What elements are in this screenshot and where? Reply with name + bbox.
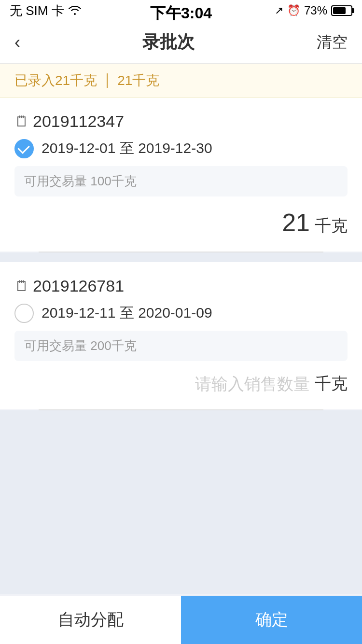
status-bar: 无 SIM 卡 下午3:04 ↗ ⏰ 73% [0, 0, 362, 21]
battery-icon [331, 5, 352, 16]
location-icon: ↗ [275, 4, 283, 17]
clear-button[interactable]: 清空 [317, 32, 348, 53]
amount-row-1: 21 千克 [0, 196, 362, 252]
available-qty-box-1: 可用交易量 100千克 [14, 166, 348, 196]
status-time: 下午3:04 [150, 3, 212, 24]
summary-recorded: 已录入21千克 [14, 71, 97, 90]
status-right: ↗ ⏰ 73% [275, 4, 352, 17]
page-title: 录批次 [142, 30, 195, 54]
summary-banner: 已录入21千克 21千克 [0, 64, 362, 98]
batch-date-2: 2019-12-11 至 2020-01-09 [42, 303, 212, 323]
batch-card-2: 🗒 2019126781 2019-12-11 至 2020-01-09 可用交… [0, 262, 362, 361]
batch-date-row-2[interactable]: 2019-12-11 至 2020-01-09 [14, 303, 348, 323]
auto-distribute-button[interactable]: 自动分配 [0, 596, 181, 644]
batch-id-text-1: 2019112347 [33, 112, 124, 131]
batch-icon-2: 🗒 [14, 278, 29, 294]
amount-value-1: 21 [282, 208, 310, 237]
empty-area [0, 410, 362, 594]
available-qty-2: 可用交易量 200千克 [24, 338, 137, 353]
carrier-text: 无 SIM 卡 [10, 2, 64, 19]
nav-bar: ‹ 录批次 清空 [0, 21, 362, 64]
input-row-2: 千克 [0, 361, 362, 409]
batch-id-row-2: 🗒 2019126781 [14, 277, 348, 295]
available-qty-1: 可用交易量 100千克 [24, 174, 137, 188]
back-button[interactable]: ‹ [14, 32, 20, 53]
batch-date-1: 2019-12-01 至 2019-12-30 [42, 139, 212, 158]
batch-id-text-2: 2019126781 [33, 277, 124, 295]
batch-icon-1: 🗒 [14, 113, 29, 130]
battery-percent: 73% [304, 4, 327, 17]
radio-1[interactable] [14, 139, 34, 158]
action-bar: 自动分配 确定 [0, 596, 362, 644]
alarm-icon: ⏰ [287, 4, 300, 17]
section-separator [0, 252, 362, 262]
confirm-button[interactable]: 确定 [181, 596, 362, 644]
batch-date-row-1[interactable]: 2019-12-01 至 2019-12-30 [14, 139, 348, 158]
batch-id-row-1: 🗒 2019112347 [14, 112, 348, 131]
status-left: 无 SIM 卡 [10, 2, 82, 19]
available-qty-box-2: 可用交易量 200千克 [14, 331, 348, 361]
input-unit-2: 千克 [315, 373, 348, 395]
summary-total: 21千克 [117, 71, 159, 90]
qty-input-2[interactable] [136, 375, 310, 393]
batch-card-1: 🗒 2019112347 2019-12-01 至 2019-12-30 可用交… [0, 98, 362, 196]
summary-divider [107, 73, 108, 88]
radio-2[interactable] [14, 304, 34, 323]
wifi-icon [68, 3, 82, 18]
amount-unit-1: 千克 [315, 215, 348, 237]
